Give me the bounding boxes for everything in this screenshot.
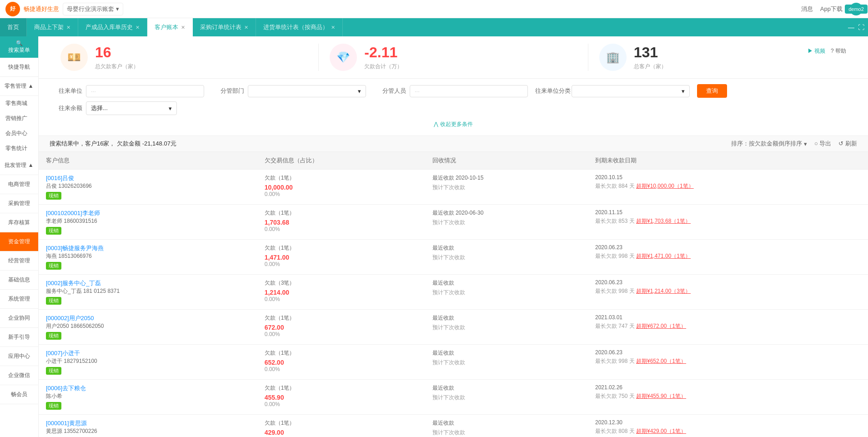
overdue-link[interactable]: 超期¥1,471.00（1笔） — [636, 253, 691, 259]
sidebar-item-batch-mgmt[interactable]: 批发管理 ▲ — [0, 156, 38, 175]
customer-name-link[interactable]: [0016]吕俊 — [46, 174, 250, 182]
overdue-link[interactable]: 超期¥1,214.00（3笔） — [636, 288, 691, 294]
sort-label: 排序：按欠款金额倒序排序 — [731, 140, 802, 148]
sidebar-item-member[interactable]: 会员中心 — [0, 126, 38, 141]
tab-customer[interactable]: 客户账本 ✕ — [147, 18, 193, 36]
sidebar-item-retail-stats[interactable]: 零售统计 — [0, 141, 38, 156]
debt-amount-link[interactable]: 672.00 — [265, 324, 418, 331]
close-icon[interactable]: ✕ — [135, 25, 140, 30]
tab-inventory[interactable]: 进货单统计表（按商品） ✕ — [256, 18, 343, 36]
filter-select-category[interactable]: ▾ — [572, 85, 690, 97]
next-recovery-label: 预计下次收款 — [432, 289, 581, 296]
customer-name-link[interactable]: [0006]去下粮仓 — [46, 384, 250, 392]
sidebar-item-label: 会员中心 — [5, 130, 27, 137]
customer-name-link[interactable]: [0001020001]李老师 — [46, 209, 250, 217]
sidebar-item-purchase-mgmt[interactable]: 采购管理 — [0, 194, 38, 213]
close-icon[interactable]: ✕ — [331, 25, 335, 30]
customer-name-link[interactable]: [000001]黄思源 — [46, 419, 250, 427]
td-debt-info: 欠款（1笔） 652.00 0.00% — [257, 345, 425, 380]
sidebar-item-system[interactable]: 系统管理 — [0, 290, 38, 309]
sidebar-item-retail-store[interactable]: 零售商城 — [0, 96, 38, 111]
video-link[interactable]: ▶ 视频 — [808, 47, 825, 55]
filter-bar: 往来单位 ··· 分管部门 ▾ 分管人员 — [39, 79, 868, 136]
debt-amount-link[interactable]: 429.00 — [265, 429, 418, 436]
table-row: [000001]黄思源 黄思源 13552700226 现销 欠款（1笔） 42… — [39, 415, 868, 437]
table-row: [0002]服务中心_丁磊 服务中心_丁磊 181 0125 8371 现销 欠… — [39, 275, 868, 310]
customer-name-link[interactable]: [0007]小迸干 — [46, 349, 250, 357]
td-overdue-date: 2020.11.15 最长欠款 853 天 超期¥1,703.68（1笔） — [588, 205, 868, 240]
overdue-link[interactable]: 超期¥1,703.68（1笔） — [636, 218, 691, 224]
tab-purchase[interactable]: 采购订单统计表 ✕ — [193, 18, 256, 36]
stat-icon-total-customers: 🏢 — [599, 44, 627, 71]
td-overdue-date: 2020.06.23 最长欠款 998 天 超期¥652.00（1笔） — [588, 345, 868, 380]
debt-amount-link[interactable]: 1,471.00 — [265, 254, 418, 261]
window-maximize-icon[interactable]: ⛶ — [858, 24, 864, 31]
overdue-link[interactable]: 超期¥10,000.00（1笔） — [636, 183, 694, 189]
customer-name-link[interactable]: [0003]畅捷服务尹海燕 — [46, 244, 250, 252]
td-debt-info: 欠款（1笔） 1,703.68 0.00% — [257, 205, 425, 240]
debt-percent: 0.00% — [265, 401, 418, 407]
sidebar-search[interactable]: 🔍 搜索菜单 — [0, 36, 38, 58]
sidebar-item-newbie[interactable]: 新手引导 — [0, 328, 38, 347]
overdue-date: 2020.10.15 — [595, 174, 861, 181]
stat-label-total-debt: 欠款合计（万） — [364, 63, 402, 70]
sidebar-item-ops-mgmt[interactable]: 经营管理 — [0, 251, 38, 271]
collapse-filters-button[interactable]: ⋀ 收起更多条件 — [50, 119, 857, 130]
sidebar-item-vip[interactable]: 畅会员 — [0, 385, 38, 404]
overdue-days: 最长欠款 750 天 超期¥455.90（1笔） — [595, 392, 861, 400]
close-icon[interactable]: ✕ — [181, 25, 185, 30]
customer-phone: 海燕 18513066976 — [46, 252, 250, 260]
debt-count: 欠款（1笔） — [265, 384, 418, 392]
avatar[interactable]: demo2 — [850, 3, 863, 15]
filter-input-unit[interactable]: ··· — [86, 85, 204, 97]
debt-count: 欠款（1笔） — [265, 419, 418, 427]
sidebar-item-enterprise[interactable]: 企业协同 — [0, 309, 38, 328]
app-download-link[interactable]: App下载 — [820, 5, 843, 13]
debt-amount-link[interactable]: 1,703.68 — [265, 219, 418, 226]
tab-goods-label: 商品上下架 — [34, 23, 64, 31]
debt-amount-link[interactable]: 652.00 — [265, 359, 418, 366]
close-icon[interactable]: ✕ — [244, 25, 248, 30]
sidebar-item-basic-info[interactable]: 基础信息 — [0, 271, 38, 290]
tab-home[interactable]: 首页 — [0, 18, 27, 36]
overdue-link[interactable]: 超期¥429.00（1笔） — [636, 428, 686, 434]
overdue-days: 最长欠款 998 天 超期¥1,471.00（1笔） — [595, 252, 861, 260]
search-button[interactable]: 查询 — [697, 84, 727, 98]
brand-name: 畅捷通好生意 — [24, 5, 59, 13]
filter-select-dept[interactable]: ▾ — [248, 85, 366, 97]
filter-select-balance[interactable]: 选择... ▾ — [86, 101, 177, 115]
sidebar-item-finance[interactable]: 资金管理 — [0, 232, 38, 251]
sidebar-item-quick-nav[interactable]: 快捷导航 — [0, 58, 38, 77]
filter-label-unit: 往来单位 — [50, 87, 82, 95]
help-link[interactable]: ? 帮助 — [831, 47, 846, 55]
table-row: [0007]小迸干 小迸干 18279152100 现销 欠款（1笔） 652.… — [39, 345, 868, 380]
debt-amount-link[interactable]: 455.90 — [265, 394, 418, 401]
message-link[interactable]: 消息 — [801, 5, 813, 13]
sidebar-item-apps[interactable]: 应用中心 — [0, 347, 38, 366]
top-bar-left: 好 畅捷通好生意 母婴行业演示账套 ▾ — [5, 2, 123, 16]
customer-name-link[interactable]: [0002]服务中心_丁磊 — [46, 279, 250, 287]
sidebar-item-marketing[interactable]: 营销推广 — [0, 111, 38, 126]
overdue-link[interactable]: 超期¥652.00（1笔） — [636, 358, 686, 364]
tab-production[interactable]: 产成品入库单历史 ✕ — [78, 18, 147, 36]
debt-amount-link[interactable]: 1,214.00 — [265, 289, 418, 296]
latest-recovery-date: 最近收款 — [432, 314, 581, 322]
sidebar-item-ecommerce[interactable]: 电商管理 — [0, 175, 38, 194]
window-minimize-icon[interactable]: — — [848, 24, 854, 31]
overdue-link[interactable]: 超期¥455.90（1笔） — [636, 393, 686, 399]
tab-purchase-label: 采购订单统计表 — [200, 23, 241, 31]
tab-goods[interactable]: 商品上下架 ✕ — [27, 18, 78, 36]
company-selector[interactable]: 母婴行业演示账套 ▾ — [63, 3, 123, 15]
overdue-link[interactable]: 超期¥672.00（1笔） — [636, 323, 686, 329]
refresh-button[interactable]: ↺ 刷新 — [838, 140, 857, 148]
sort-selector[interactable]: 排序：按欠款金额倒序排序 ▾ — [731, 140, 807, 148]
customer-name-link[interactable]: [000002]用户2050 — [46, 314, 250, 322]
export-button[interactable]: ○ 导出 — [814, 140, 831, 148]
sidebar-item-retail-mgmt[interactable]: 零售管理 ▲ — [0, 77, 38, 96]
filter-input-person[interactable]: ··· — [410, 85, 528, 97]
sidebar-item-wechat[interactable]: 企业微信 — [0, 366, 38, 385]
sidebar-item-inventory-check[interactable]: 库存核算 — [0, 213, 38, 232]
debt-amount-link[interactable]: 10,000.00 — [265, 184, 418, 191]
sidebar-item-label: 快捷导航 — [2, 63, 36, 71]
close-icon[interactable]: ✕ — [66, 25, 70, 30]
